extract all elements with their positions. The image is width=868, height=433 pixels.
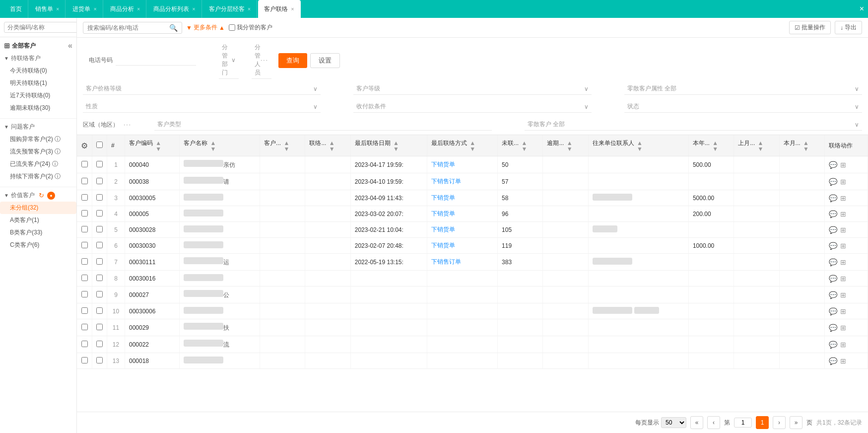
td-checkbox-cell2[interactable] — [92, 206, 107, 222]
tab-purchase[interactable]: 进货单 × — [67, 0, 103, 18]
th-settings[interactable]: ⚙ — [77, 135, 92, 156]
last-way-link[interactable]: 下销货单 — [431, 210, 455, 217]
td-last-way[interactable]: 下销货单 — [427, 206, 497, 222]
sidebar-item-overdue-contact[interactable]: 逾期未联络(30) — [0, 102, 76, 114]
th-customer-code[interactable]: 客户编码 ▲▼ — [125, 135, 180, 156]
filter-customer-type[interactable]: 客户类型 — [154, 119, 492, 131]
page-number-input[interactable] — [734, 418, 752, 428]
row-checkbox[interactable] — [81, 275, 88, 281]
sidebar-item-tomorrow-pending[interactable]: 明天待联络(1) — [0, 77, 76, 89]
filter-retail-attr[interactable]: 零散客户属性 全部 ∨ — [624, 83, 862, 95]
td-checkbox-cell[interactable] — [77, 238, 92, 254]
close-icon[interactable]: × — [56, 6, 59, 12]
th-no-contact-days[interactable]: 未联... ▲▼ — [498, 135, 543, 156]
chat-icon[interactable]: 💬 — [829, 258, 837, 266]
close-icon[interactable]: × — [291, 6, 294, 12]
th-contact-person[interactable]: 往来单位联系人 ▲▼ — [588, 135, 688, 156]
td-checkbox-cell2[interactable] — [92, 319, 107, 336]
all-customers-header[interactable]: ⊞ 全部客户 « — [0, 37, 76, 52]
td-last-way[interactable] — [427, 353, 497, 369]
filter-customer-level[interactable]: 客户等级 ∨ — [353, 83, 591, 95]
sidebar-item-class-b[interactable]: B类客户(33) — [0, 226, 76, 239]
td-checkbox-cell[interactable] — [77, 303, 92, 319]
close-icon[interactable]: × — [137, 6, 140, 12]
close-icon[interactable]: × — [192, 6, 195, 12]
chat-icon[interactable]: 💬 — [829, 178, 837, 186]
tab-customer-contact[interactable]: 客户联络 × — [258, 0, 300, 18]
th-last-month[interactable]: 上月... ▲▼ — [734, 135, 779, 156]
filter-manager-row[interactable]: 分管人员 ··· — [252, 42, 271, 79]
row-checkbox[interactable] — [81, 178, 88, 184]
sidebar-item-7day-pending[interactable]: 近7天待联络(0) — [0, 89, 76, 102]
th-overdue[interactable]: 逾期... ▲▼ — [543, 135, 588, 156]
chat-icon[interactable]: 💬 — [829, 226, 837, 234]
query-button[interactable]: 查询 — [278, 53, 307, 68]
group-pending-contact-title[interactable]: ▼ 待联络客户 — [0, 52, 76, 65]
chat-icon[interactable]: 💬 — [829, 357, 837, 365]
chat-icon[interactable]: 💬 — [829, 307, 837, 315]
collapse-sidebar-icon[interactable]: « — [68, 41, 72, 50]
row-checkbox[interactable] — [81, 357, 88, 363]
td-last-way[interactable] — [427, 303, 497, 319]
chat-icon[interactable]: 💬 — [829, 291, 837, 299]
th-this-year[interactable]: 本年... ▲▼ — [688, 135, 734, 156]
my-customers-check[interactable] — [229, 24, 235, 31]
row-checkbox2[interactable] — [96, 341, 103, 347]
more-actions-icon[interactable]: ⊞ — [840, 161, 846, 169]
filter-dept-row[interactable]: 分管部门 ∨ — [219, 42, 239, 79]
sidebar-item-unclassified[interactable]: 未分组(32) — [0, 202, 76, 214]
row-checkbox2[interactable] — [96, 242, 103, 248]
chat-icon[interactable]: 💬 — [829, 242, 837, 250]
tab-product-analysis[interactable]: 商品分析 × — [104, 0, 146, 18]
row-checkbox2[interactable] — [96, 210, 103, 216]
row-checkbox2[interactable] — [96, 307, 103, 314]
last-way-link[interactable]: 下销售订单 — [431, 258, 461, 265]
row-checkbox2[interactable] — [96, 324, 103, 330]
td-checkbox-cell2[interactable] — [92, 336, 107, 353]
reset-button[interactable]: 设置 — [310, 53, 340, 68]
th-customer-name[interactable]: 客户名称 ▲▼ — [180, 135, 260, 156]
tab-product-analysis-list[interactable]: 商品分析列表 × — [147, 0, 201, 18]
row-checkbox[interactable] — [81, 242, 88, 248]
td-checkbox-cell2[interactable] — [92, 173, 107, 190]
td-last-way[interactable] — [427, 319, 497, 336]
row-checkbox[interactable] — [81, 226, 88, 232]
row-checkbox[interactable] — [81, 307, 88, 314]
td-last-way[interactable]: 下销售订单 — [427, 254, 497, 271]
td-checkbox-cell[interactable] — [77, 254, 92, 271]
refresh-icon[interactable]: ↻ — [39, 192, 44, 199]
td-last-way[interactable]: 下销货单 — [427, 156, 497, 173]
more-actions-icon[interactable]: ⊞ — [840, 275, 846, 283]
more-actions-icon[interactable]: ⊞ — [840, 341, 846, 349]
ellipsis-icon[interactable]: ··· — [124, 121, 132, 128]
th-customer-extra[interactable]: 客户... ▲▼ — [260, 135, 305, 156]
sidebar-item-churn-warning[interactable]: 流失预警客户(3) ⓘ — [0, 145, 76, 158]
row-checkbox[interactable] — [81, 324, 88, 330]
more-actions-icon[interactable]: ⊞ — [840, 210, 846, 218]
td-last-way[interactable] — [427, 271, 497, 287]
my-customers-checkbox[interactable]: 我分管的客户 — [229, 23, 272, 32]
td-checkbox-cell2[interactable] — [92, 222, 107, 238]
th-last-contact-date[interactable]: 最后联络日期 ▲▼ — [350, 135, 427, 156]
td-checkbox-cell2[interactable] — [92, 353, 107, 369]
sidebar-item-hoarding-abnormal[interactable]: 囤购异常客户(2) ⓘ — [0, 133, 76, 145]
filter-gender[interactable]: 性质 ∨ — [83, 101, 321, 113]
td-checkbox-cell2[interactable] — [92, 271, 107, 287]
sidebar-item-class-a[interactable]: A类客户(1) — [0, 214, 76, 226]
search-icon[interactable]: 🔍 — [169, 24, 178, 32]
sidebar-item-today-pending[interactable]: 今天待联络(0) — [0, 65, 76, 77]
filter-status[interactable]: 状态 ∨ — [624, 101, 862, 113]
next-page-button[interactable]: › — [773, 416, 786, 429]
row-checkbox2[interactable] — [96, 178, 103, 184]
chat-icon[interactable]: 💬 — [829, 210, 837, 218]
td-checkbox-cell[interactable] — [77, 222, 92, 238]
last-way-link[interactable]: 下销货单 — [431, 161, 455, 168]
tab-customer-segment[interactable]: 客户分层经客 × — [203, 0, 257, 18]
row-checkbox[interactable] — [81, 161, 88, 167]
more-actions-icon[interactable]: ⊞ — [840, 324, 846, 332]
last-way-link[interactable]: 下销货单 — [431, 242, 455, 249]
row-checkbox2[interactable] — [96, 161, 103, 167]
td-last-way[interactable] — [427, 336, 497, 353]
td-checkbox-cell[interactable] — [77, 336, 92, 353]
last-way-link[interactable]: 下销货单 — [431, 194, 455, 201]
